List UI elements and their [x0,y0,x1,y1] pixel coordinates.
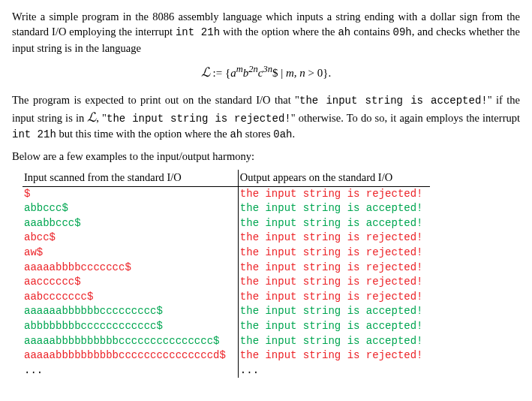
cell-output: the input string is accepted! [238,319,430,334]
code-0ah: 0ah [273,128,292,140]
text: with the option where the [220,26,338,38]
code-int21h: int 21h [176,26,220,38]
cell-output: the input string is rejected! [238,246,430,261]
cell-input: abcc$ [23,231,238,246]
cell-output: the input string is rejected! [238,275,430,290]
table-row: aaaaabbbbccccccc$the input string is rej… [23,261,430,276]
table-row: aaaaabbbbbbbbbbccccccccccccccc$the input… [23,334,430,349]
cell-input: $ [23,186,238,201]
paragraph-3: Below are a few examples to the input/ou… [12,149,520,164]
cell-output: ... [238,363,430,378]
examples-table: Input scanned from the standard I/O Outp… [23,170,430,378]
table-row: abbbbbbbbcccccccccccc$the input string i… [23,319,430,334]
code-ah: ah [230,128,242,140]
cell-output: the input string is rejected! [238,231,430,246]
code-rejected: the input string is rejected! [107,113,291,125]
table-row: aacccccc$the input string is rejected! [23,275,430,290]
paragraph-2: The program is expected to print out on … [12,92,520,143]
cell-input: ... [23,363,238,378]
cell-input: aaaaabbbbbbbbbbcccccccccccccccd$ [23,348,238,363]
cell-input: aabccccccc$ [23,290,238,305]
code-int21h: int 21h [12,128,56,140]
cell-input: aaabbccc$ [23,216,238,231]
language-formula: ℒ := {amb2nc3n$ | m, n > 0}. [12,63,520,82]
cell-output: the input string is accepted! [238,334,430,349]
table-row: aaaaabbbbbbbbbbcccccccccccccccd$the inpu… [23,348,430,363]
cell-input: aaaaabbbbbbbbbbccccccccccccccc$ [23,334,238,349]
table-row: $the input string is rejected! [23,186,430,201]
text: stores [242,128,273,140]
code-ah: ah [338,26,350,38]
text: , " [96,112,107,124]
cell-input: aaaaabbbbccccccc$ [23,261,238,276]
cell-input: aaaaaabbbbbbccccccccc$ [23,304,238,319]
table-row: aabccccccc$the input string is rejected! [23,290,430,305]
table-header-row: Input scanned from the standard I/O Outp… [23,170,430,186]
code-09h: 09h [393,26,412,38]
text: The program is expected to print out on … [12,94,299,106]
cell-output: the input string is accepted! [238,304,430,319]
cell-output: the input string is rejected! [238,290,430,305]
table-row: aaaaaabbbbbbccccccccc$the input string i… [23,304,430,319]
cell-input: aacccccc$ [23,275,238,290]
cell-output: the input string is accepted! [238,201,430,216]
header-input: Input scanned from the standard I/O [23,170,238,186]
text: . [293,128,296,140]
header-output: Output appears on the standard I/O [238,170,430,186]
cell-output: the input string is rejected! [238,186,430,201]
cell-input: abbbbbbbbcccccccccccc$ [23,319,238,334]
text: " otherwise. To do so, it again employs … [291,112,520,124]
table-row: aw$the input string is rejected! [23,246,430,261]
cell-input: abbccc$ [23,201,238,216]
table-row-ellipsis: ...... [23,363,430,378]
cell-input: aw$ [23,246,238,261]
cell-output: the input string is accepted! [238,216,430,231]
table-row: aaabbccc$the input string is accepted! [23,216,430,231]
language-symbol: ℒ [87,110,96,125]
cell-output: the input string is rejected! [238,261,430,276]
table-row: abcc$the input string is rejected! [23,231,430,246]
table-row: abbccc$the input string is accepted! [23,201,430,216]
text: contains [350,26,392,38]
paragraph-1: Write a simple program in the 8086 assem… [12,9,520,56]
text: but this time with the option where the [56,128,230,140]
cell-output: the input string is rejected! [238,348,430,363]
code-accepted: the input string is accepted! [299,95,488,107]
